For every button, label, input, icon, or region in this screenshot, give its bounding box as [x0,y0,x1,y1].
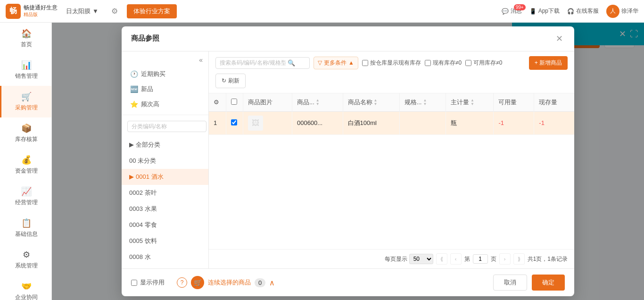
refresh-button[interactable]: ↻ 刷新 [215,74,246,88]
quick-items: 🕐 近期购买 🆕 新品 ⭐ 频次高 [122,67,208,112]
category-search-bar: 🔍 [122,118,208,135]
quick-item-frequent-label: 频次高 [141,100,159,108]
sidebar-item-enterprise[interactable]: 🤝 企业协同 [0,275,51,300]
footer-collapse-button[interactable]: ∧ [269,278,275,287]
prev-page-button[interactable]: ‹ [450,253,462,265]
continuous-label: 连续选择的商品 [208,278,251,287]
app-download-label: App下载 [538,7,560,15]
app-download-nav-item[interactable]: 📱 App下载 [529,7,560,15]
main-search-icon[interactable]: 🔍 [288,59,295,67]
td-index: 1 [209,111,226,134]
quick-item-recent[interactable]: 🕐 近期购买 [125,67,205,82]
online-service-nav-item[interactable]: 🎧 在线客服 [567,7,599,15]
cancel-button[interactable]: 取消 [493,275,527,291]
category-item-all[interactable]: ▶ 全部分类 [122,137,208,153]
th-spec-label: 规格... [405,98,422,107]
th-code: 商品... ▲▼ [292,93,343,112]
usable-checkbox[interactable] [465,60,471,66]
category-item-tea[interactable]: 0002 茶叶 [122,185,208,201]
usable-checkbox-label[interactable]: 可用库存≠0 [465,59,502,67]
td-stock: -1 [534,111,574,134]
user-name: 徐泽华 [621,7,638,15]
th-spec-sort[interactable]: 规格... ▲▼ [405,98,441,107]
per-page-dropdown[interactable]: 50 10 20 100 [409,254,433,264]
th-unit: 主计量 ▲▼ [446,93,494,112]
available-checkbox-text: 现有库存≠0 [433,59,462,67]
th-code-sort[interactable]: 商品... ▲▼ [297,98,338,107]
product-thumbnail: 🖼 [248,116,263,131]
sidebar-item-inventory[interactable]: 📦 库存核算 [0,117,51,149]
logo-name: 畅捷通好生意 [24,4,58,12]
modal-close-button[interactable]: ✕ [553,33,565,44]
quick-item-frequent[interactable]: ⭐ 频次高 [125,97,205,112]
sidebar-item-operations[interactable]: 📈 经营管理 [0,181,51,212]
mobile-icon: 📱 [529,8,537,15]
available-checkbox-label[interactable]: 现有库存≠0 [425,59,462,67]
category-item-snacks[interactable]: 0004 零食 [122,217,208,233]
first-page-button[interactable]: ⟪ [436,253,447,265]
cta-button[interactable]: 体验行业方案 [127,4,177,18]
page-number-input[interactable] [473,254,488,264]
category-item-liquor-label: 0001 酒水 [136,173,164,181]
th-name: 商品名称 ▲▼ [343,93,399,112]
main-search-input[interactable] [220,59,286,66]
continuous-select-area: ? 🛒 连续选择的商品 0 ∧ [177,276,275,289]
category-item-appliances[interactable]: 0010 家电 [122,265,208,268]
help-icon[interactable]: ? [177,277,187,288]
category-item-liquor[interactable]: ▶ 0001 酒水 [122,169,208,185]
sidebar-item-finance[interactable]: 💰 资金管理 [0,149,51,181]
warehouse-checkbox-label[interactable]: 按仓库显示现有库存 [362,59,421,67]
category-item-water-label: 0008 水 [129,253,151,261]
refresh-icon: ↻ [222,77,226,84]
table-row[interactable]: 1 🖼 [209,111,574,134]
table-settings-icon[interactable]: ⚙ [214,99,219,106]
th-name-sort[interactable]: 商品名称 ▲▼ [348,98,395,107]
show-disabled-label[interactable]: 显示停用 [131,278,165,287]
warehouse-checkbox[interactable] [362,60,368,66]
quick-item-new[interactable]: 🆕 新品 [125,82,205,97]
sidebar-item-system[interactable]: ⚙ 系统管理 [0,244,51,275]
nav-selector-label: 日太阳膜 [66,7,91,16]
category-item-water[interactable]: 0008 水 [122,249,208,265]
filter-button[interactable]: ▽ 更多条件 ▲ [314,57,358,69]
category-item-uncategorized[interactable]: 00 未分类 [122,153,208,169]
next-page-button[interactable]: › [499,253,511,265]
add-product-button[interactable]: + 新增商品 [529,56,568,70]
nav-selector[interactable]: 日太阳膜 ▼ [62,5,102,17]
filter-collapse-icon: ▲ [348,59,354,66]
show-disabled-checkbox[interactable] [131,280,137,286]
modal-dialog: 商品参照 ✕ « 🕐 近期购买 [122,26,574,296]
category-item-drinks[interactable]: 0005 饮料 [122,233,208,249]
modal-overlay: 商品参照 ✕ « 🕐 近期购买 [52,23,644,300]
sidebar-item-basic-info[interactable]: 📋 基础信息 [0,212,51,244]
th-available-label: 可用量 [498,99,517,106]
th-image-label: 商品图片 [248,99,272,106]
available-checkbox[interactable] [425,60,431,66]
sales-icon: 📊 [21,60,32,70]
collapse-left-button[interactable]: « [199,56,203,64]
top-nav: 畅 畅捷通好生意 精品版 日太阳膜 ▼ ⚙ 体验行业方案 💬 消息 99+ 📱 … [0,0,644,23]
user-nav-item[interactable]: 人 徐泽华 [606,5,638,18]
messages-nav-item[interactable]: 💬 消息 99+ [502,7,522,15]
headset-icon: 🎧 [567,8,574,15]
sidebar-item-enterprise-label: 企业协同 [15,293,38,300]
right-panel: 🔍 ▽ 更多条件 ▲ 按仓库显示现有库存 [209,51,574,268]
row-checkbox[interactable] [231,119,237,125]
sidebar-item-purchase[interactable]: 🛒 采购管理 [0,86,51,117]
toolbar: 🔍 ▽ 更多条件 ▲ 按仓库显示现有库存 [209,51,574,93]
gear-button[interactable]: ⚙ [107,4,122,19]
category-item-fruit[interactable]: 0003 水果 [122,201,208,217]
sidebar-item-home[interactable]: 🏠 首页 [0,23,51,54]
th-spec: 规格... ▲▼ [399,93,446,112]
category-search-input[interactable] [127,121,206,132]
sidebar-item-home-label: 首页 [21,41,32,49]
logo-icon: 畅 [6,4,21,19]
select-all-checkbox[interactable] [231,99,237,105]
per-page-label: 每页显示 [385,255,407,263]
usable-checkbox-text: 可用库存≠0 [473,59,502,67]
confirm-button[interactable]: 确定 [532,275,565,291]
td-spec [399,111,446,134]
th-unit-sort[interactable]: 主计量 ▲▼ [451,98,488,107]
sidebar-item-sales[interactable]: 📊 销售管理 [0,54,51,86]
last-page-button[interactable]: ⟫ [513,253,525,265]
